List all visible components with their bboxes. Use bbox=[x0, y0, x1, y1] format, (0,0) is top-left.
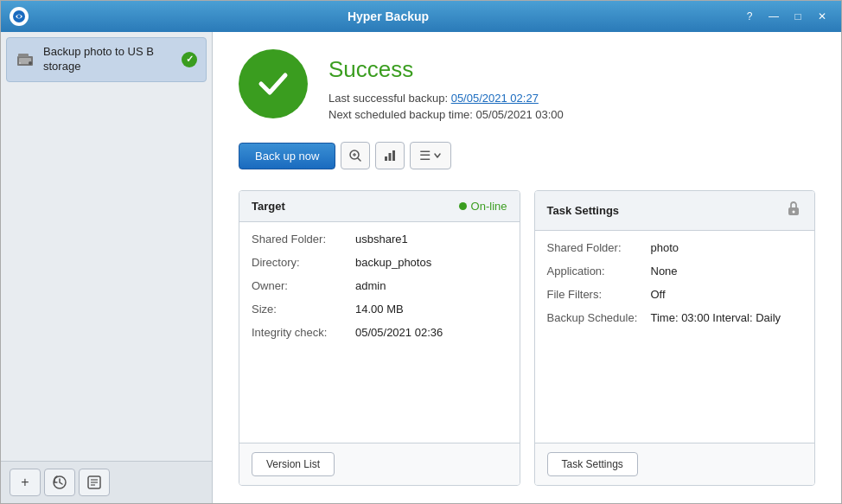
directory-label: Directory: bbox=[252, 256, 355, 269]
table-row: Shared Folder: photo bbox=[547, 241, 803, 254]
next-backup-label: Next scheduled backup time: bbox=[329, 108, 473, 121]
online-label: On-line bbox=[471, 200, 507, 213]
task-shared-folder-label: Shared Folder: bbox=[547, 241, 651, 254]
target-panel-title: Target bbox=[252, 200, 285, 213]
add-backup-button[interactable]: + bbox=[10, 469, 41, 496]
application-value: None bbox=[651, 265, 678, 278]
svg-point-1 bbox=[17, 15, 21, 18]
action-toolbar: Back up now bbox=[239, 142, 815, 169]
svg-line-13 bbox=[358, 158, 360, 161]
lock-icon bbox=[785, 200, 802, 221]
directory-value: backup_photos bbox=[355, 256, 431, 269]
sidebar-item-label: Backup photo to US B storage bbox=[43, 45, 175, 74]
search-log-icon bbox=[348, 149, 362, 163]
checkmark-icon bbox=[252, 63, 294, 105]
next-backup-value: 05/05/2021 03:00 bbox=[476, 108, 564, 121]
backup-storage-icon bbox=[16, 51, 36, 68]
task-panel-title: Task Settings bbox=[547, 204, 620, 217]
hamburger-icon: ☰ bbox=[419, 148, 431, 163]
more-button[interactable]: ☰ bbox=[410, 142, 451, 169]
target-panel: Target On-line Shared Folder: usbshare1 … bbox=[239, 190, 520, 486]
backup-history-button[interactable] bbox=[44, 469, 75, 496]
log-button[interactable] bbox=[341, 142, 370, 169]
shared-folder-value: usbshare1 bbox=[355, 233, 408, 246]
last-backup-label: Last successful backup: bbox=[329, 92, 448, 105]
info-panels: Target On-line Shared Folder: usbshare1 … bbox=[239, 190, 815, 486]
chevron-down-icon bbox=[433, 151, 442, 160]
sidebar-item-check bbox=[182, 52, 197, 67]
backup-now-button[interactable]: Back up now bbox=[239, 143, 335, 169]
svg-rect-18 bbox=[392, 150, 395, 161]
table-row: Application: None bbox=[547, 265, 803, 278]
table-row: Shared Folder: usbshare1 bbox=[252, 233, 507, 246]
success-icon bbox=[239, 49, 308, 118]
history-icon bbox=[52, 475, 67, 490]
online-dot bbox=[459, 202, 467, 210]
sidebar-list: Backup photo to US B storage bbox=[1, 32, 212, 461]
help-button[interactable]: ? bbox=[739, 8, 760, 25]
titlebar: Hyper Backup ? — □ ✕ bbox=[1, 1, 841, 32]
backup-log-button[interactable] bbox=[79, 469, 110, 496]
app-window: Hyper Backup ? — □ ✕ bbox=[0, 0, 842, 504]
target-panel-body: Shared Folder: usbshare1 Directory: back… bbox=[239, 222, 520, 443]
svg-point-5 bbox=[29, 61, 32, 65]
window-controls: ? — □ ✕ bbox=[739, 8, 832, 25]
main-body: Backup photo to US B storage + bbox=[1, 32, 841, 503]
table-row: Size: 14.00 MB bbox=[252, 303, 507, 316]
sidebar: Backup photo to US B storage + bbox=[1, 32, 213, 503]
svg-point-20 bbox=[793, 211, 795, 214]
application-label: Application: bbox=[547, 265, 651, 278]
target-status: On-line bbox=[459, 200, 507, 213]
task-settings-button[interactable]: Task Settings bbox=[547, 452, 638, 476]
table-row: Owner: admin bbox=[252, 279, 507, 292]
task-panel-header: Task Settings bbox=[535, 191, 815, 231]
minimize-button[interactable]: — bbox=[763, 8, 784, 25]
last-backup-link[interactable]: 05/05/2021 02:27 bbox=[451, 92, 539, 105]
statistics-button[interactable] bbox=[375, 142, 405, 169]
shared-folder-label: Shared Folder: bbox=[252, 233, 355, 246]
task-panel-footer: Task Settings bbox=[535, 443, 815, 485]
app-title: Hyper Backup bbox=[37, 10, 739, 23]
status-title: Success bbox=[329, 56, 815, 83]
file-filters-label: File Filters: bbox=[547, 288, 651, 301]
size-label: Size: bbox=[252, 303, 355, 316]
sidebar-footer: + bbox=[1, 461, 212, 503]
content-area: Success Last successful backup: 05/05/20… bbox=[213, 32, 841, 503]
table-row: Integrity check: 05/05/2021 02:36 bbox=[252, 326, 507, 339]
log-icon bbox=[86, 475, 102, 490]
svg-rect-4 bbox=[18, 54, 29, 57]
svg-rect-16 bbox=[385, 156, 387, 161]
last-backup: Last successful backup: 05/05/2021 02:27 bbox=[329, 92, 815, 105]
table-row: Directory: backup_photos bbox=[252, 256, 507, 269]
svg-rect-17 bbox=[389, 153, 392, 161]
owner-value: admin bbox=[355, 279, 386, 292]
sidebar-item-backup[interactable]: Backup photo to US B storage bbox=[6, 37, 207, 82]
chart-icon bbox=[383, 149, 397, 163]
table-row: Backup Schedule: Time: 03:00 Interval: D… bbox=[547, 311, 803, 324]
close-button[interactable]: ✕ bbox=[812, 8, 832, 25]
app-logo bbox=[10, 7, 29, 26]
table-row: File Filters: Off bbox=[547, 288, 803, 301]
status-info: Success Last successful backup: 05/05/20… bbox=[329, 49, 815, 121]
version-list-button[interactable]: Version List bbox=[252, 452, 335, 476]
maximize-button[interactable]: □ bbox=[788, 8, 808, 25]
task-shared-folder-value: photo bbox=[651, 241, 679, 254]
size-value: 14.00 MB bbox=[355, 303, 404, 316]
file-filters-value: Off bbox=[651, 288, 666, 301]
backup-schedule-value: Time: 03:00 Interval: Daily bbox=[651, 311, 781, 324]
target-panel-footer: Version List bbox=[239, 443, 520, 485]
task-panel: Task Settings Shared Folder: p bbox=[534, 190, 816, 486]
backup-schedule-label: Backup Schedule: bbox=[547, 311, 651, 324]
integrity-value: 05/05/2021 02:36 bbox=[355, 326, 443, 339]
target-panel-header: Target On-line bbox=[239, 191, 520, 222]
owner-label: Owner: bbox=[252, 279, 355, 292]
task-panel-body: Shared Folder: photo Application: None F… bbox=[535, 231, 815, 443]
integrity-label: Integrity check: bbox=[252, 326, 355, 339]
svg-point-6 bbox=[19, 62, 21, 64]
status-section: Success Last successful backup: 05/05/20… bbox=[239, 49, 815, 121]
next-backup: Next scheduled backup time: 05/05/2021 0… bbox=[329, 108, 815, 121]
